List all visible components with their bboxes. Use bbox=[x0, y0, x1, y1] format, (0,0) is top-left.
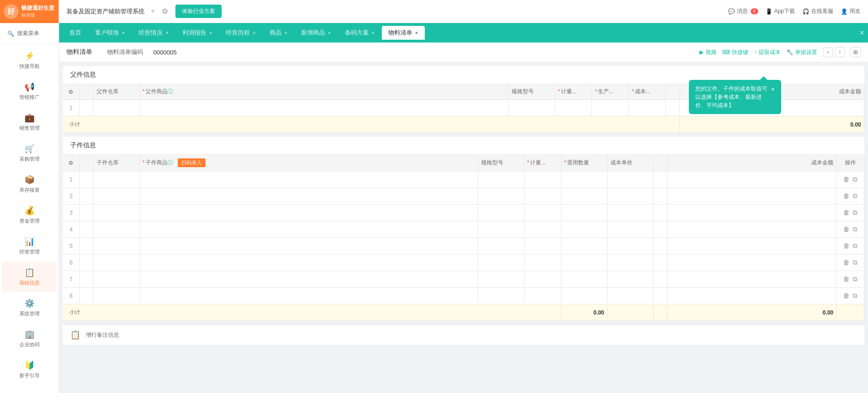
tab-close-new-product[interactable]: × bbox=[328, 30, 331, 36]
sidebar-item-finance[interactable]: 💰 资金管理 bbox=[2, 200, 57, 230]
child-row-4-unit[interactable] bbox=[524, 221, 561, 238]
tab-home[interactable]: 首页 bbox=[63, 26, 88, 40]
tab-customer[interactable]: 客户联络× bbox=[89, 26, 131, 40]
child-row-1-warehouse[interactable] bbox=[93, 171, 139, 188]
copy-icon[interactable]: ⧉ bbox=[853, 259, 857, 266]
copy-icon[interactable]: ⧉ bbox=[853, 209, 857, 216]
child-row-5-quantity[interactable] bbox=[561, 238, 607, 254]
sidebar-item-marketing[interactable]: 📢 营销推广 bbox=[2, 76, 57, 106]
child-row-8-product[interactable] bbox=[139, 288, 478, 304]
child-row-4-warehouse[interactable] bbox=[93, 221, 139, 238]
sidebar-item-inventory[interactable]: 📦 库存核算 bbox=[2, 169, 57, 199]
next-button[interactable]: › bbox=[835, 47, 845, 57]
tab-product[interactable]: 商品× bbox=[263, 26, 294, 40]
parent-row-1-product[interactable] bbox=[139, 100, 509, 116]
child-row-3-quantity[interactable] bbox=[561, 205, 607, 221]
close-all-icon[interactable]: × bbox=[859, 28, 864, 38]
copy-icon[interactable]: ⧉ bbox=[853, 275, 857, 283]
child-row-8-unit[interactable] bbox=[524, 288, 561, 304]
delete-icon[interactable]: 🗑 bbox=[843, 275, 850, 283]
child-row-7-product[interactable] bbox=[139, 271, 478, 288]
child-row-8-quantity[interactable] bbox=[561, 288, 607, 304]
child-row-3-unit[interactable] bbox=[524, 205, 561, 221]
copy-icon[interactable]: ⧉ bbox=[853, 242, 857, 249]
app-download-button[interactable]: 📱 App下载 bbox=[766, 7, 795, 15]
single-setting-button[interactable]: 🔧 单据设置 bbox=[786, 48, 817, 56]
add-row-icon[interactable]: 📋 bbox=[70, 330, 80, 340]
copy-icon[interactable]: ⧉ bbox=[853, 225, 857, 233]
child-row-1-product[interactable] bbox=[139, 171, 478, 188]
online-service-button[interactable]: 🎧 在线客服 bbox=[802, 7, 833, 15]
copy-icon[interactable]: ⧉ bbox=[853, 292, 857, 299]
child-row-6-warehouse[interactable] bbox=[93, 254, 139, 271]
child-row-4-product[interactable] bbox=[139, 221, 478, 238]
parent-product-info-icon[interactable]: ⓘ bbox=[168, 88, 173, 95]
delete-icon[interactable]: 🗑 bbox=[843, 242, 850, 249]
parent-row-1-warehouse[interactable] bbox=[93, 100, 139, 116]
child-row-5-warehouse[interactable] bbox=[93, 238, 139, 254]
prev-button[interactable]: ‹ bbox=[823, 47, 833, 57]
message-button[interactable]: 💬 消息 6 bbox=[728, 7, 758, 15]
sidebar-item-sales[interactable]: 💼 销售管理 bbox=[2, 107, 57, 137]
child-row-2-unit[interactable] bbox=[524, 188, 561, 205]
tab-close-business[interactable]: × bbox=[165, 30, 168, 36]
view-button[interactable]: ▶ 视频 bbox=[699, 48, 717, 56]
copy-icon[interactable]: ⧉ bbox=[853, 175, 857, 183]
sidebar-item-enterprise[interactable]: 🏢 企业协同 bbox=[2, 324, 57, 354]
copy-icon[interactable]: ⧉ bbox=[853, 192, 857, 200]
child-row-5-unit[interactable] bbox=[524, 238, 561, 254]
gear-icon[interactable]: ⚙ bbox=[162, 7, 168, 16]
child-row-1-quantity[interactable] bbox=[561, 171, 607, 188]
delete-icon[interactable]: 🗑 bbox=[843, 192, 850, 200]
child-row-2-warehouse[interactable] bbox=[93, 188, 139, 205]
tab-close-history[interactable]: × bbox=[253, 30, 255, 36]
tab-close-bom[interactable]: × bbox=[415, 30, 418, 36]
tab-close-profit[interactable]: × bbox=[209, 30, 212, 36]
tab-business[interactable]: 经营情况× bbox=[132, 26, 175, 40]
tab-new-product[interactable]: 新增商品× bbox=[295, 26, 337, 40]
child-row-3-warehouse[interactable] bbox=[93, 205, 139, 221]
child-row-3-product[interactable] bbox=[139, 205, 478, 221]
child-row-6-quantity[interactable] bbox=[561, 254, 607, 271]
tab-history[interactable]: 经营历程× bbox=[219, 26, 262, 40]
child-row-4-quantity[interactable] bbox=[561, 221, 607, 238]
tab-close-barcode[interactable]: × bbox=[372, 30, 374, 36]
tab-close-customer[interactable]: × bbox=[122, 30, 125, 36]
tab-close-product[interactable]: × bbox=[284, 30, 287, 36]
child-row-8-warehouse[interactable] bbox=[93, 288, 139, 304]
extract-cost-button[interactable]: ↑ 提取成本 bbox=[754, 48, 781, 56]
sidebar-item-system[interactable]: ⚙️ 系统管理 bbox=[2, 293, 57, 323]
delete-icon[interactable]: 🗑 bbox=[843, 259, 850, 266]
delete-icon[interactable]: 🗑 bbox=[843, 292, 850, 299]
sidebar-item-guide[interactable]: 🔰 新手引导 bbox=[2, 355, 57, 385]
child-row-6-unit[interactable] bbox=[524, 254, 561, 271]
user-button[interactable]: 👤 用友 bbox=[841, 7, 861, 15]
grid-view-button[interactable]: ⊞ bbox=[850, 47, 861, 57]
tab-barcode[interactable]: 条码方案× bbox=[338, 26, 381, 40]
delete-icon[interactable]: 🗑 bbox=[843, 175, 850, 183]
parent-row-1-production[interactable] bbox=[592, 100, 629, 116]
child-row-7-unit[interactable] bbox=[524, 271, 561, 288]
sidebar-item-purchase[interactable]: 🛒 采购管理 bbox=[2, 138, 57, 168]
parent-row-1-unit[interactable] bbox=[555, 100, 592, 116]
search-button[interactable]: 🔍 搜索菜单 bbox=[4, 27, 55, 40]
scan-input-button[interactable]: 扫码录入 bbox=[178, 158, 205, 167]
sidebar-item-basic-info[interactable]: 📋 基础信息 bbox=[2, 262, 57, 292]
tab-profit[interactable]: 利润报告× bbox=[176, 26, 218, 40]
delete-icon[interactable]: 🗑 bbox=[843, 209, 850, 216]
shortcut-button[interactable]: ⌨ 快捷键 bbox=[722, 48, 748, 56]
child-row-2-product[interactable] bbox=[139, 188, 478, 205]
trial-button[interactable]: 体验行业方案 bbox=[175, 5, 222, 18]
child-row-1-unit[interactable] bbox=[524, 171, 561, 188]
parent-row-1-cost[interactable] bbox=[629, 100, 666, 116]
child-row-6-product[interactable] bbox=[139, 254, 478, 271]
tab-bom[interactable]: 物料清单× bbox=[382, 26, 424, 40]
child-row-7-warehouse[interactable] bbox=[93, 271, 139, 288]
sidebar-item-operation[interactable]: 📊 经营管理 bbox=[2, 231, 57, 261]
child-row-2-quantity[interactable] bbox=[561, 188, 607, 205]
delete-icon[interactable]: 🗑 bbox=[843, 225, 850, 233]
child-product-info-icon[interactable]: ⓘ bbox=[168, 159, 173, 166]
sidebar-item-quick-nav[interactable]: ⚡ 快捷导航 bbox=[2, 45, 57, 75]
child-row-5-product[interactable] bbox=[139, 238, 478, 254]
child-row-7-quantity[interactable] bbox=[561, 271, 607, 288]
